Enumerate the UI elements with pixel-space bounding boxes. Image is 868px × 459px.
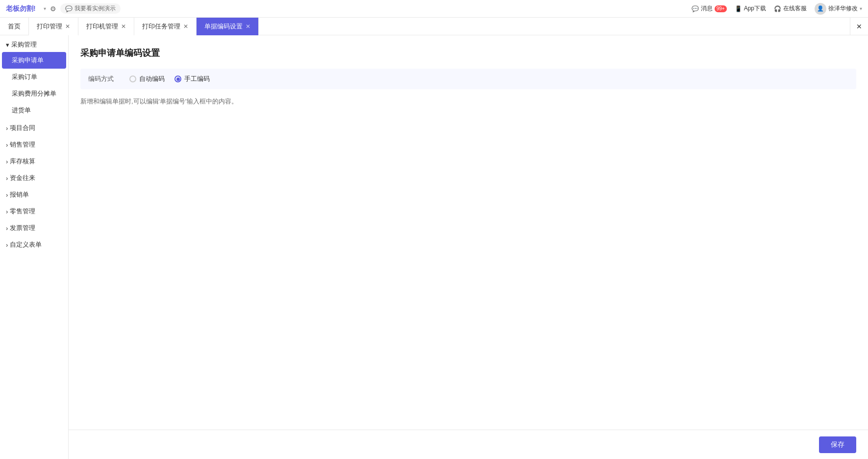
announce-icon: 💬 — [65, 5, 73, 12]
app-download-label: App下载 — [744, 4, 766, 13]
coding-section: 编码方式 自动编码 手工编码 新增和编辑单据时,可以编辑'单据编号'输入框中的内… — [80, 69, 856, 106]
radio-group: 自动编码 手工编码 — [129, 75, 210, 83]
sidebar-group-retail: › 零售管理 — [0, 202, 68, 219]
coding-label: 编码方式 — [88, 75, 118, 83]
radio-auto-coding[interactable]: 自动编码 — [129, 75, 165, 83]
purchase-arrow-icon: ▾ — [6, 41, 9, 49]
sidebar-item-purchase-request[interactable]: 采购申请单 — [2, 52, 66, 69]
user-arrow-icon: ▾ — [860, 6, 862, 11]
user-name: 徐泽华修改 — [828, 4, 858, 13]
logo-arrow-icon[interactable]: ▾ — [44, 6, 46, 11]
tab-barcode-setting-close-icon[interactable]: ✕ — [246, 23, 250, 30]
sidebar-group-returns-label: 报销单 — [10, 190, 29, 199]
fund-arrow-icon: › — [6, 175, 8, 182]
radio-auto-label: 自动编码 — [139, 75, 165, 83]
logo[interactable]: 老板勿割! — [6, 4, 36, 13]
user-menu[interactable]: 👤 徐泽华修改 ▾ — [815, 3, 862, 15]
gear-icon[interactable]: ⚙ — [50, 5, 56, 13]
bell-icon: 💬 — [692, 5, 699, 12]
page-title: 采购申请单编码设置 — [80, 47, 856, 59]
sidebar-group-inventory-title[interactable]: › 库存核算 — [0, 152, 68, 169]
sidebar-group-purchase-label: 采购管理 — [11, 40, 37, 49]
sidebar-item-purchase-expense-label: 采购费用分摊单 — [12, 89, 56, 98]
tab-barcode-setting-label: 单据编码设置 — [204, 22, 243, 31]
tab-print-task[interactable]: 打印任务管理 ✕ — [134, 18, 197, 35]
sidebar-group-project-label: 项目合同 — [10, 124, 35, 132]
coding-row: 编码方式 自动编码 手工编码 — [80, 69, 856, 89]
radio-auto-circle — [129, 76, 136, 82]
announce-button[interactable]: 💬 我要看实例演示 — [60, 3, 121, 14]
sidebar-group-project-title[interactable]: › 项目合同 — [0, 119, 68, 135]
tab-print-task-close-icon[interactable]: ✕ — [183, 23, 188, 30]
sidebar-group-sales: › 销售管理 — [0, 135, 68, 152]
sidebar-group-sales-label: 销售管理 — [10, 140, 35, 149]
topbar: 老板勿割! ▾ ⚙ 💬 我要看实例演示 💬 消息 99+ 📱 App下载 🎧 在… — [0, 0, 868, 18]
sidebar-group-custom-form-title[interactable]: › 自定义表单 — [0, 235, 68, 252]
invoice-arrow-icon: › — [6, 225, 8, 232]
sidebar-group-custom-form-label: 自定义表单 — [10, 240, 42, 249]
sidebar-item-purchase-request-label: 采购申请单 — [12, 56, 44, 65]
sidebar-group-purchase: ▾ 采购管理 采购申请单 采购订单 采购费用分摊单 进货单 — [0, 35, 68, 119]
message-button[interactable]: 💬 消息 99+ — [692, 4, 727, 13]
online-service-button[interactable]: 🎧 在线客服 — [774, 4, 807, 13]
close-all-tabs-button[interactable]: ✕ — [850, 18, 868, 35]
online-service-label: 在线客服 — [783, 4, 807, 13]
radio-manual-coding[interactable]: 手工编码 — [174, 75, 210, 83]
announce-text: 我要看实例演示 — [74, 4, 116, 13]
sidebar-group-retail-label: 零售管理 — [10, 207, 35, 216]
main-footer: 保存 — [69, 430, 868, 459]
sidebar-item-purchase-order[interactable]: 采购订单 — [0, 69, 68, 85]
retail-arrow-icon: › — [6, 208, 8, 215]
sidebar-group-inventory-label: 库存核算 — [10, 157, 35, 166]
sidebar-group-purchase-title[interactable]: ▾ 采购管理 — [0, 35, 68, 52]
message-label: 消息 — [701, 4, 713, 13]
sidebar-group-sales-title[interactable]: › 销售管理 — [0, 135, 68, 152]
sidebar-group-project: › 项目合同 — [0, 119, 68, 135]
tab-print-mgmt-close-icon[interactable]: ✕ — [65, 23, 70, 30]
sidebar-group-fund-label: 资金往来 — [10, 174, 35, 182]
sidebar-group-fund: › 资金往来 — [0, 169, 68, 185]
headset-icon: 🎧 — [774, 5, 781, 12]
sidebar-group-invoice-label: 发票管理 — [10, 224, 35, 232]
tab-barcode-setting[interactable]: 单据编码设置 ✕ — [197, 18, 259, 35]
phone-icon: 📱 — [735, 5, 742, 12]
tab-printer-mgmt-label: 打印机管理 — [86, 22, 118, 31]
avatar: 👤 — [815, 3, 826, 15]
tab-print-mgmt-label: 打印管理 — [37, 22, 62, 31]
tab-printer-mgmt[interactable]: 打印机管理 ✕ — [78, 18, 134, 35]
info-text: 新增和编辑单据时,可以编辑'单据编号'输入框中的内容。 — [80, 97, 856, 106]
sidebar: ▾ 采购管理 采购申请单 采购订单 采购费用分摊单 进货单 › 项目合同 — [0, 35, 69, 459]
tab-home-label: 首页 — [8, 22, 21, 31]
returns-arrow-icon: › — [6, 191, 8, 199]
inventory-arrow-icon: › — [6, 158, 8, 165]
sidebar-group-invoice-title[interactable]: › 发票管理 — [0, 219, 68, 235]
tab-home[interactable]: 首页 — [0, 18, 29, 35]
sidebar-item-purchase-order-label: 采购订单 — [12, 73, 37, 81]
sidebar-group-returns-title[interactable]: › 报销单 — [0, 185, 68, 202]
layout: ▾ 采购管理 采购申请单 采购订单 采购费用分摊单 进货单 › 项目合同 — [0, 35, 868, 459]
sidebar-group-fund-title[interactable]: › 资金往来 — [0, 169, 68, 185]
message-badge: 99+ — [715, 5, 727, 12]
radio-manual-label: 手工编码 — [184, 75, 210, 83]
main-inner: 采购申请单编码设置 编码方式 自动编码 手工编码 — [69, 35, 868, 430]
app-download-button[interactable]: 📱 App下载 — [735, 4, 766, 13]
sidebar-group-retail-title[interactable]: › 零售管理 — [0, 202, 68, 219]
topbar-right: 💬 消息 99+ 📱 App下载 🎧 在线客服 👤 徐泽华修改 ▾ — [692, 3, 862, 15]
tab-printer-mgmt-close-icon[interactable]: ✕ — [121, 23, 126, 30]
main-content: 采购申请单编码设置 编码方式 自动编码 手工编码 — [69, 35, 868, 459]
radio-manual-circle — [174, 76, 181, 82]
sidebar-item-stock-in[interactable]: 进货单 — [0, 102, 68, 119]
sales-arrow-icon: › — [6, 141, 8, 149]
save-button[interactable]: 保存 — [819, 436, 856, 453]
tabs-bar: 首页 打印管理 ✕ 打印机管理 ✕ 打印任务管理 ✕ 单据编码设置 ✕ ✕ — [0, 18, 868, 35]
custom-form-arrow-icon: › — [6, 241, 8, 249]
project-arrow-icon: › — [6, 125, 8, 132]
sidebar-group-inventory: › 库存核算 — [0, 152, 68, 169]
sidebar-group-returns: › 报销单 — [0, 185, 68, 202]
sidebar-item-stock-in-label: 进货单 — [12, 106, 31, 115]
sidebar-item-purchase-expense[interactable]: 采购费用分摊单 — [0, 85, 68, 102]
tab-print-mgmt[interactable]: 打印管理 ✕ — [29, 18, 78, 35]
topbar-center: 💬 我要看实例演示 — [60, 3, 688, 14]
sidebar-group-invoice: › 发票管理 — [0, 219, 68, 235]
tab-print-task-label: 打印任务管理 — [142, 22, 180, 31]
